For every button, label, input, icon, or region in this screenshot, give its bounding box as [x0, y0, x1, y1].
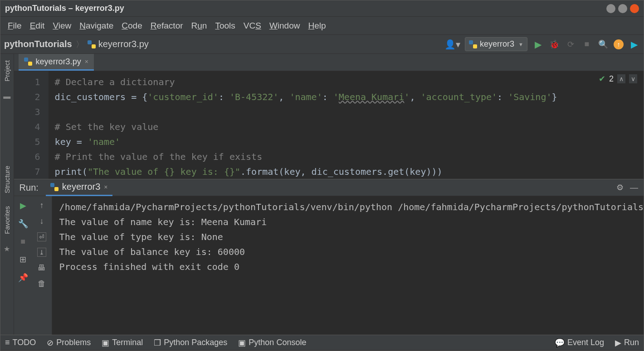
inspection-widget[interactable]: ✔ 2 ∧ ∨ [599, 74, 637, 84]
breadcrumb-root[interactable]: pythonTutorials [4, 39, 72, 49]
print-icon[interactable]: 🖶 [38, 263, 46, 273]
gutter: 1234567 [14, 71, 49, 179]
menu-navigate[interactable]: Navigate [76, 19, 117, 33]
run-tab-close-icon[interactable]: × [104, 183, 107, 191]
pin-icon[interactable]: 📌 [18, 273, 28, 283]
tool-terminal[interactable]: ▣Terminal [102, 338, 143, 348]
editor-tabbar: keyerror3.py × [14, 54, 644, 71]
tool-packages[interactable]: ❒Python Packages [154, 338, 227, 348]
run-panel-body: ▶ 🔧 ■ ⊞ 📌 ↑ ↓ ⏎ ⤓ 🖶 🗑 /home/fahmida/Pych… [14, 196, 644, 335]
gear-icon[interactable]: ⚙ [616, 183, 624, 192]
minimize-icon[interactable] [606, 4, 615, 13]
stop-process-icon: ■ [20, 237, 25, 246]
tool-favorites[interactable]: Favorites [3, 204, 11, 236]
nav-toolbar: pythonTutorials 〉 keyerror3.py 👤▾ keyerr… [0, 35, 644, 54]
run-play-icon[interactable]: ▶ [532, 38, 544, 50]
code-with-me-icon[interactable]: ▶ [628, 38, 640, 50]
python-icon [469, 40, 477, 48]
menu-view[interactable]: View [49, 19, 75, 33]
event-log[interactable]: 💬Event Log [555, 338, 604, 348]
hide-panel-icon[interactable]: — [630, 183, 638, 192]
tool-structure[interactable]: Structure [3, 164, 11, 195]
tool-todo[interactable]: ≡TODO [5, 338, 36, 347]
window-title: pythonTutorials – keyerror3.py [5, 4, 124, 13]
prev-highlight-icon[interactable]: ∧ [617, 74, 625, 83]
soft-wrap-icon[interactable]: ⏎ [37, 232, 46, 241]
folder-icon[interactable]: ▬ [3, 92, 10, 101]
maximize-icon[interactable] [618, 4, 627, 13]
code-content[interactable]: # Declare a dictionary dic_customers = {… [49, 71, 644, 179]
close-icon[interactable] [630, 4, 639, 13]
check-icon: ✔ [599, 74, 605, 84]
menu-bar: File Edit View Navigate Code Refactor Ru… [0, 17, 644, 35]
debug-icon[interactable]: 🐞 [548, 38, 560, 50]
down-icon[interactable]: ↓ [40, 216, 44, 226]
menu-vcs[interactable]: VCS [240, 19, 265, 33]
run-config-label: keyerror3 [480, 39, 514, 49]
menu-refactor[interactable]: Refactor [147, 19, 187, 33]
layout-icon[interactable]: ⊞ [20, 255, 26, 264]
bottom-toolbar: ≡TODO ⊘Problems ▣Terminal ❒Python Packag… [0, 335, 644, 350]
menu-file[interactable]: File [4, 19, 25, 33]
up-icon[interactable]: ↑ [40, 201, 44, 210]
tool-project[interactable]: Project [3, 58, 11, 83]
python-file-icon [88, 40, 96, 48]
tab-close-icon[interactable]: × [85, 58, 88, 65]
packages-icon: ❒ [154, 338, 161, 348]
user-icon[interactable]: 👤▾ [444, 39, 460, 50]
left-toolbar: Project ▬ Structure Favorites ★ [0, 54, 14, 335]
coverage-icon[interactable]: ⟳ [565, 38, 576, 50]
wrench-icon[interactable]: 🔧 [18, 219, 28, 229]
console-output[interactable]: /home/fahmida/PycharmProjects/pythonTuto… [52, 196, 644, 335]
trash-icon[interactable]: 🗑 [38, 279, 46, 288]
speech-icon: 💬 [555, 338, 565, 348]
bottom-run[interactable]: ▶Run [615, 338, 639, 348]
run-panel-header: Run: keyerror3 × ⚙ — [14, 179, 644, 196]
next-highlight-icon[interactable]: ∨ [629, 74, 637, 83]
title-bar: pythonTutorials – keyerror3.py [0, 0, 644, 17]
run-config-select[interactable]: keyerror3 [465, 37, 527, 51]
run-title: Run: [20, 183, 39, 193]
run-tab[interactable]: keyerror3 × [46, 179, 112, 196]
editor-tab-label: keyerror3.py [36, 57, 81, 67]
play-icon: ▶ [615, 338, 621, 348]
warning-icon: ⊘ [47, 338, 54, 348]
list-icon: ≡ [5, 338, 10, 347]
star-icon[interactable]: ★ [4, 245, 10, 253]
menu-tools[interactable]: Tools [211, 19, 239, 33]
scroll-end-icon[interactable]: ⤓ [37, 248, 46, 257]
editor-tab[interactable]: keyerror3.py × [19, 54, 94, 71]
terminal-icon: ▣ [102, 338, 109, 348]
run-tab-label: keyerror3 [62, 182, 100, 192]
python-icon [50, 183, 59, 191]
inspection-count: 2 [609, 74, 614, 84]
rerun-icon[interactable]: ▶ [20, 201, 26, 211]
breadcrumb-file[interactable]: keyerror3.py [88, 39, 149, 49]
menu-run[interactable]: Run [188, 19, 211, 33]
tool-problems[interactable]: ⊘Problems [47, 338, 91, 348]
console-icon: ▣ [238, 338, 246, 348]
search-icon[interactable]: 🔍 [597, 38, 609, 50]
python-file-icon [24, 58, 32, 66]
menu-edit[interactable]: Edit [26, 19, 49, 33]
menu-window[interactable]: Window [266, 19, 304, 33]
update-icon[interactable]: ↑ [614, 39, 624, 49]
menu-code[interactable]: Code [118, 19, 146, 33]
code-editor[interactable]: 1234567 # Declare a dictionary dic_custo… [14, 71, 644, 179]
tool-console[interactable]: ▣Python Console [238, 338, 306, 348]
stop-icon: ■ [581, 38, 593, 50]
menu-help[interactable]: Help [304, 19, 329, 33]
breadcrumb-sep-icon: 〉 [76, 39, 84, 50]
breadcrumb-file-label: keyerror3.py [98, 39, 149, 49]
